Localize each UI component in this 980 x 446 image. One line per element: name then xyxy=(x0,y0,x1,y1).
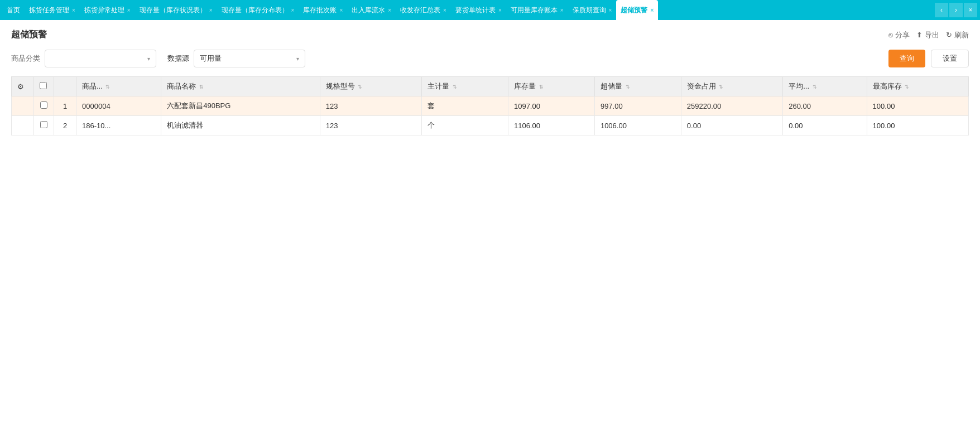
refresh-button[interactable]: ↻ 刷新 xyxy=(946,30,969,40)
th-avg-label: 平均... xyxy=(789,82,809,90)
pick-task-label: 拣货任务管理 xyxy=(29,6,69,15)
tab-quality-check[interactable]: 保质期查询 × xyxy=(568,0,617,20)
order-stats-label: 要货单统计表 xyxy=(455,6,496,15)
datasource-select[interactable]: 可用量 ▾ xyxy=(194,50,305,67)
nav-arrows: ‹ › × xyxy=(934,3,978,17)
close-icon[interactable]: × xyxy=(209,7,213,13)
close-icon[interactable]: × xyxy=(388,7,391,13)
close-icon[interactable]: × xyxy=(498,7,502,13)
close-icon[interactable]: × xyxy=(443,7,446,13)
stock-dist-label: 现存量（库存分布表） xyxy=(222,6,289,15)
overstock-warning-label: 超储预警 xyxy=(621,6,647,15)
tab-stock-dist[interactable]: 现存量（库存分布表） × xyxy=(217,0,299,20)
tab-order-stats[interactable]: 要货单统计表 × xyxy=(451,0,506,20)
row-gear-cell xyxy=(12,96,34,116)
sidebar-item-home[interactable]: 首页 xyxy=(2,0,25,20)
close-icon[interactable]: × xyxy=(339,7,343,13)
row-avg: 260.00 xyxy=(783,96,867,116)
sort-icon: ⇅ xyxy=(453,84,457,90)
filter-actions: 查询 设置 xyxy=(888,50,969,67)
pick-abnormal-label: 拣货异常处理 xyxy=(84,6,124,15)
th-product-name-label: 商品名称 xyxy=(167,82,196,90)
row-checkbox[interactable] xyxy=(40,101,47,109)
row-capital: 0.00 xyxy=(681,116,782,135)
recv-summary-label: 收发存汇总表 xyxy=(400,6,440,15)
nav-prev-button[interactable]: ‹ xyxy=(935,3,948,17)
datasource-select-value: 可用量 xyxy=(200,54,222,64)
th-product-name[interactable]: 商品名称 ⇅ xyxy=(161,77,320,96)
th-max-stock[interactable]: 最高库存 ⇅ xyxy=(867,77,968,96)
sort-icon: ⇅ xyxy=(358,84,362,90)
page-content: 超储预警 ⎋ 分享 ⬆ 导出 ↻ 刷新 商品分类 ▾ 数据源 xyxy=(0,20,980,446)
sort-icon: ⇅ xyxy=(105,84,110,90)
th-product-code[interactable]: 商品... ⇅ xyxy=(76,77,161,96)
th-spec-label: 规格型号 xyxy=(326,82,355,90)
export-label: 导出 xyxy=(925,30,939,40)
row-capital: 259220.00 xyxy=(681,96,782,116)
sort-icon: ⇅ xyxy=(539,84,544,90)
tab-pick-abnormal[interactable]: 拣货异常处理 × xyxy=(80,0,135,20)
close-icon[interactable]: × xyxy=(560,7,564,13)
row-checkbox[interactable] xyxy=(40,121,47,128)
tab-stock-batch[interactable]: 库存批次账 × xyxy=(299,0,347,20)
row-product-name: 六配套新昌490BPG xyxy=(161,96,320,116)
quality-check-label: 保质期查询 xyxy=(573,6,606,15)
tab-stock-status[interactable]: 现存量（库存状况表） × xyxy=(135,0,217,20)
row-checkbox-cell[interactable] xyxy=(34,116,54,135)
sort-icon: ⇅ xyxy=(905,84,909,90)
th-checkbox[interactable] xyxy=(34,77,54,96)
nav-next-button[interactable]: › xyxy=(949,3,963,17)
settings-button[interactable]: 设置 xyxy=(931,50,969,67)
sort-icon: ⇅ xyxy=(199,84,204,90)
share-button[interactable]: ⎋ 分享 xyxy=(888,30,910,40)
sort-icon: ⇅ xyxy=(626,84,630,90)
chevron-down-icon: ▾ xyxy=(147,56,150,62)
th-spec[interactable]: 规格型号 ⇅ xyxy=(320,77,421,96)
th-capital[interactable]: 资金占用 ⇅ xyxy=(681,77,782,96)
close-icon[interactable]: × xyxy=(127,7,131,13)
datasource-label: 数据源 xyxy=(167,54,189,64)
row-spec: 123 xyxy=(320,96,421,116)
th-unit-label: 主计量 xyxy=(427,82,449,90)
home-label: 首页 xyxy=(7,6,20,15)
th-index xyxy=(54,77,76,96)
close-icon[interactable]: × xyxy=(72,7,75,13)
nav-close-button[interactable]: × xyxy=(964,3,977,17)
page-title: 超储预警 xyxy=(11,29,47,41)
row-stock: 1106.00 xyxy=(508,116,594,135)
row-stock: 1097.00 xyxy=(508,96,594,116)
th-stock[interactable]: 库存量 ⇅ xyxy=(508,77,594,96)
row-overstock: 1006.00 xyxy=(594,116,681,135)
category-select[interactable]: ▾ xyxy=(45,50,156,67)
table-header-row: ⚙ 商品... ⇅ 商品名称 ⇅ 规格型号 ⇅ xyxy=(12,77,969,96)
header-actions: ⎋ 分享 ⬆ 导出 ↻ 刷新 xyxy=(888,30,969,40)
th-avg[interactable]: 平均... ⇅ xyxy=(783,77,867,96)
tab-pick-task[interactable]: 拣货任务管理 × xyxy=(25,0,80,20)
table-row: 2 186-10... 机油滤清器 123 个 1106.00 1006.00 … xyxy=(12,116,969,135)
tab-available-stock[interactable]: 可用量库存账本 × xyxy=(506,0,568,20)
row-product-name: 机油滤清器 xyxy=(161,116,320,135)
th-unit[interactable]: 主计量 ⇅ xyxy=(422,77,508,96)
th-overstock[interactable]: 超储量 ⇅ xyxy=(594,77,681,96)
sort-icon: ⇅ xyxy=(719,84,723,90)
tab-recv-summary[interactable]: 收发存汇总表 × xyxy=(396,0,451,20)
tab-inout-flow[interactable]: 出入库流水 × xyxy=(347,0,396,20)
refresh-icon: ↻ xyxy=(946,31,952,39)
query-button[interactable]: 查询 xyxy=(888,50,925,67)
th-gear[interactable]: ⚙ xyxy=(12,77,34,96)
topbar: 首页 拣货任务管理 × 拣货异常处理 × 现存量（库存状况表） × 现存量（库存… xyxy=(0,0,980,20)
page-header: 超储预警 ⎋ 分享 ⬆ 导出 ↻ 刷新 xyxy=(11,29,969,41)
th-capital-label: 资金占用 xyxy=(687,82,716,90)
row-unit: 套 xyxy=(422,96,508,116)
category-label: 商品分类 xyxy=(11,54,40,64)
row-checkbox-cell[interactable] xyxy=(34,96,54,116)
refresh-label: 刷新 xyxy=(954,30,969,40)
tab-overstock-warning[interactable]: 超储预警 × xyxy=(616,0,658,20)
close-icon[interactable]: × xyxy=(291,7,295,13)
row-index: 2 xyxy=(54,116,76,135)
export-button[interactable]: ⬆ 导出 xyxy=(916,30,939,40)
close-icon[interactable]: × xyxy=(650,7,654,13)
close-icon[interactable]: × xyxy=(609,7,612,13)
select-all-checkbox[interactable] xyxy=(40,82,47,89)
data-table: ⚙ 商品... ⇅ 商品名称 ⇅ 规格型号 ⇅ xyxy=(11,76,969,135)
